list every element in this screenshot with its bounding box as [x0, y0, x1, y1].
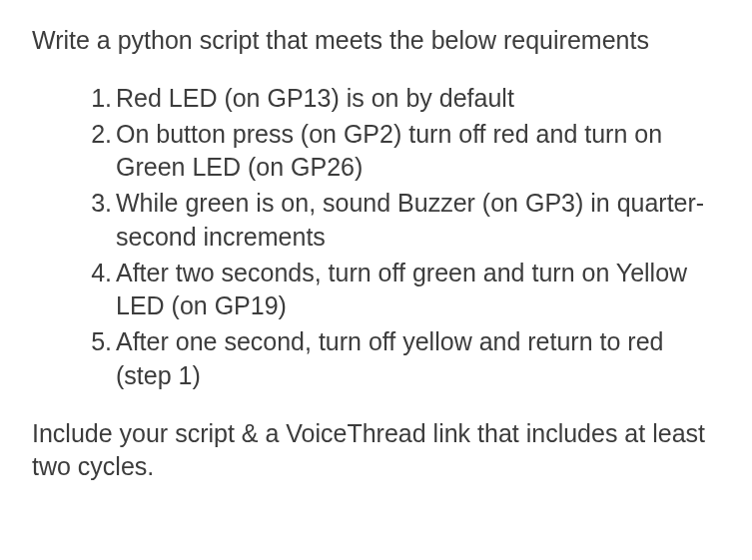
list-item: 4. After two seconds, turn off green and… [78, 257, 720, 324]
requirements-list: 1. Red LED (on GP13) is on by default 2.… [32, 82, 720, 393]
list-number: 1. [78, 82, 112, 116]
intro-paragraph: Write a python script that meets the bel… [32, 24, 720, 58]
list-item: 1. Red LED (on GP13) is on by default [78, 82, 720, 116]
list-item: 5. After one second, turn off yellow and… [78, 325, 720, 393]
list-item: 2. On button press (on GP2) turn off red… [78, 118, 720, 186]
list-text: After one second, turn off yellow and re… [116, 327, 663, 389]
list-number: 4. [78, 257, 112, 290]
list-text: On button press (on GP2) turn off red an… [116, 120, 662, 182]
list-text: While green is on, sound Buzzer (on GP3)… [116, 189, 704, 251]
list-number: 5. [78, 325, 112, 359]
list-number: 2. [78, 118, 112, 152]
list-item: 3. While green is on, sound Buzzer (on G… [78, 187, 720, 255]
list-text: Red LED (on GP13) is on by default [116, 84, 514, 112]
outro-paragraph: Include your script & a VoiceThread link… [32, 417, 720, 485]
list-text: After two seconds, turn off green and tu… [116, 259, 687, 320]
list-number: 3. [78, 187, 112, 221]
